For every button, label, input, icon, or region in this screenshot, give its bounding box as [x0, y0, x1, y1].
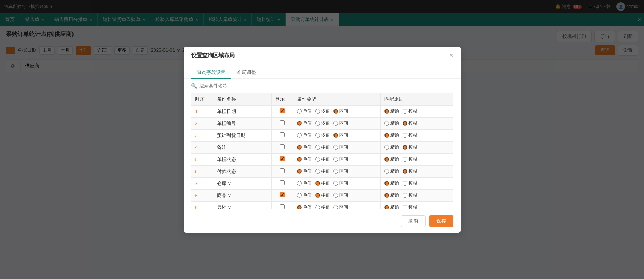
type-radio[interactable]: [333, 109, 338, 114]
match-radio-label[interactable]: 精确: [384, 204, 399, 209]
type-radio-label[interactable]: 单值: [297, 132, 312, 138]
type-radio[interactable]: [333, 145, 338, 150]
match-radio-label[interactable]: 精确: [384, 108, 399, 114]
match-radio-label[interactable]: 模糊: [403, 132, 417, 138]
type-radio[interactable]: [315, 193, 320, 198]
type-radio[interactable]: [297, 169, 302, 174]
type-radio-label[interactable]: 区间: [333, 168, 348, 174]
save-button[interactable]: 保存: [429, 215, 453, 227]
match-radio[interactable]: [384, 205, 389, 209]
match-radio[interactable]: [403, 169, 407, 174]
type-radio-label[interactable]: 多值: [315, 180, 330, 186]
type-radio[interactable]: [315, 181, 320, 186]
match-radio[interactable]: [403, 145, 407, 150]
type-radio[interactable]: [315, 133, 320, 138]
type-radio[interactable]: [297, 193, 302, 198]
type-radio[interactable]: [333, 193, 338, 198]
modal-tab-query-fields[interactable]: 查询字段设置: [191, 67, 231, 79]
display-checkbox[interactable]: [280, 204, 285, 209]
match-radio[interactable]: [403, 193, 407, 198]
display-checkbox[interactable]: [280, 180, 285, 185]
type-radio[interactable]: [297, 205, 302, 209]
type-radio[interactable]: [333, 205, 338, 209]
match-radio[interactable]: [384, 193, 389, 198]
type-radio-label[interactable]: 区间: [333, 108, 348, 114]
type-radio-label[interactable]: 单值: [297, 108, 312, 114]
type-radio[interactable]: [315, 169, 320, 174]
type-radio[interactable]: [315, 121, 320, 126]
cancel-button[interactable]: 取消: [401, 215, 426, 227]
type-radio[interactable]: [297, 133, 302, 138]
type-radio-label[interactable]: 多值: [315, 168, 330, 174]
match-radio[interactable]: [403, 109, 407, 114]
match-radio[interactable]: [403, 157, 407, 162]
match-radio[interactable]: [403, 121, 407, 126]
type-radio-label[interactable]: 多值: [315, 204, 330, 209]
type-radio[interactable]: [297, 145, 302, 150]
type-radio[interactable]: [297, 121, 302, 126]
display-checkbox[interactable]: [280, 168, 285, 173]
type-radio-label[interactable]: 区间: [333, 204, 348, 209]
type-radio-label[interactable]: 单值: [297, 204, 312, 209]
type-radio-label[interactable]: 多值: [315, 156, 330, 162]
modal-close-button[interactable]: ×: [449, 52, 453, 59]
match-radio-label[interactable]: 模糊: [403, 156, 417, 162]
type-radio-label[interactable]: 区间: [333, 132, 348, 138]
type-radio-label[interactable]: 区间: [333, 144, 348, 150]
type-radio-label[interactable]: 区间: [333, 120, 348, 126]
match-radio-label[interactable]: 精确: [384, 132, 399, 138]
type-radio[interactable]: [333, 133, 338, 138]
type-radio[interactable]: [297, 157, 302, 162]
type-radio[interactable]: [333, 157, 338, 162]
match-radio-label[interactable]: 模糊: [403, 108, 417, 114]
type-radio-label[interactable]: 单值: [297, 120, 312, 126]
match-radio-label[interactable]: 模糊: [403, 204, 417, 209]
match-radio-label[interactable]: 精确: [384, 120, 399, 126]
type-radio-label[interactable]: 区间: [333, 192, 348, 199]
type-radio[interactable]: [333, 181, 338, 186]
display-checkbox[interactable]: [280, 156, 285, 161]
type-radio-label[interactable]: 多值: [315, 144, 330, 150]
type-radio-label[interactable]: 多值: [315, 108, 330, 114]
type-radio-label[interactable]: 区间: [333, 156, 348, 162]
type-radio[interactable]: [297, 109, 302, 114]
display-checkbox[interactable]: [280, 192, 285, 197]
type-radio[interactable]: [315, 157, 320, 162]
type-radio[interactable]: [315, 109, 320, 114]
type-radio-label[interactable]: 区间: [333, 180, 348, 186]
type-radio[interactable]: [333, 169, 338, 174]
match-radio[interactable]: [384, 121, 389, 126]
match-radio[interactable]: [403, 133, 407, 138]
match-radio-label[interactable]: 模糊: [403, 168, 417, 174]
match-radio[interactable]: [384, 181, 389, 186]
match-radio-label[interactable]: 模糊: [403, 144, 417, 150]
type-radio[interactable]: [315, 145, 320, 150]
match-radio-label[interactable]: 模糊: [403, 192, 417, 199]
type-radio[interactable]: [315, 205, 320, 209]
modal-tab-layout[interactable]: 布局调整: [231, 67, 262, 79]
type-radio-label[interactable]: 多值: [315, 192, 330, 199]
match-radio-label[interactable]: 模糊: [403, 120, 417, 126]
match-radio-label[interactable]: 精确: [384, 180, 399, 186]
match-radio[interactable]: [384, 157, 389, 162]
type-radio-label[interactable]: 单值: [297, 168, 312, 174]
type-radio-label[interactable]: 单值: [297, 180, 312, 186]
match-radio-label[interactable]: 精确: [384, 144, 399, 150]
type-radio-label[interactable]: 单值: [297, 156, 312, 162]
match-radio-label[interactable]: 模糊: [403, 180, 417, 186]
match-radio[interactable]: [384, 145, 389, 150]
display-checkbox[interactable]: [280, 132, 285, 137]
match-radio-label[interactable]: 精确: [384, 168, 399, 174]
match-radio[interactable]: [384, 169, 389, 174]
type-radio-label[interactable]: 单值: [297, 192, 312, 199]
type-radio-label[interactable]: 多值: [315, 132, 330, 138]
type-radio[interactable]: [297, 181, 302, 186]
match-radio[interactable]: [384, 133, 389, 138]
search-input[interactable]: [199, 83, 268, 89]
display-checkbox[interactable]: [280, 108, 285, 113]
type-radio[interactable]: [333, 121, 338, 126]
type-radio-label[interactable]: 多值: [315, 120, 330, 126]
display-checkbox[interactable]: [280, 144, 285, 149]
match-radio-label[interactable]: 精确: [384, 192, 399, 199]
match-radio[interactable]: [384, 109, 389, 114]
